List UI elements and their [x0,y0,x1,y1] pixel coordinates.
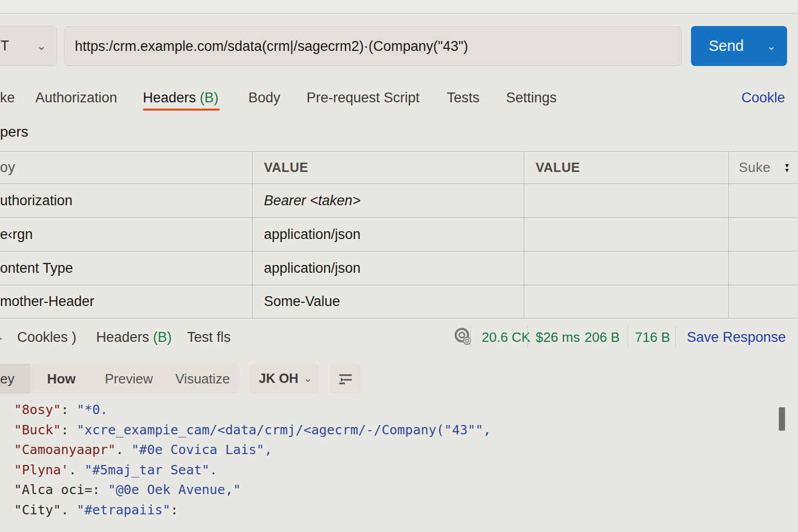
tab-settings[interactable]: Settings [506,87,557,111]
table-row: mother-HeaderSome-Value [0,285,798,318]
code-line: "8osy": "*0. [0,400,798,420]
code-line: "City". "#etrapaiis": [0,500,798,521]
response-time-badge: $26 ms [536,327,580,347]
header-value-cell[interactable]: application/json [252,251,524,285]
response-tab-test-results[interactable]: Test fls [187,327,231,347]
response-view-segmented-control: ey How Preview Visuatize [0,364,240,394]
column-header-preset-select[interactable]: Suke ▾▾ [728,152,798,183]
tab-params[interactable]: ke [0,87,15,111]
response-format-select[interactable]: JK OH ⌄ [249,364,320,394]
window-top-strip [0,0,798,14]
header-value2-cell[interactable] [524,218,728,251]
view-tab-pretty[interactable]: ey [0,364,30,394]
chevron-down-icon: ⌄ [303,372,312,384]
view-tab-raw[interactable]: How [30,364,92,394]
send-button[interactable]: Send ⌄ [691,26,787,66]
column-header-value: VALUE [252,152,524,183]
header-value-cell[interactable]: Bearer <taken> [252,184,524,217]
tab-pre-request-script[interactable]: Pre-request Script [307,87,420,111]
response-size-badge: 206 B [584,327,620,347]
wrap-text-button[interactable] [330,364,361,394]
response-tab-headers[interactable]: Headers (B) [96,327,172,347]
header-value2-cell[interactable] [524,251,728,285]
response-tab-cookies[interactable]: Cookles ) [17,327,76,347]
headers-table-body: uthorizationBearer <taken>e‹rgnapplicati… [0,183,798,318]
send-options-chevron-icon[interactable]: ⌄ [767,40,776,52]
header-value2-cell[interactable] [524,184,728,217]
save-response-button[interactable]: Save Response [687,327,786,347]
code-line: "Plyna'. "#5maj_tar Seat". [0,460,798,481]
header-extra-cell[interactable] [728,251,798,285]
meta-separator [470,326,471,348]
response-size2-badge: 716 B [635,327,670,347]
response-headers-count-badge: (B) [153,329,172,345]
collapse-caret-icon[interactable]: ▸ [0,332,3,344]
wrap-text-icon [338,372,353,385]
globe-icon [453,327,474,350]
headers-count-badge: (B) [200,90,219,105]
cookies-link[interactable]: Cookle [741,87,785,108]
header-extra-cell[interactable] [728,218,798,251]
url-input[interactable] [64,26,682,66]
send-button-label: Send [709,37,744,55]
column-header-value-2: VALUE [524,152,728,183]
headers-section-heading: pers [0,124,28,140]
code-line: "Alca oci=: "@0e Oek Avenue," [0,480,798,500]
header-key-cell[interactable]: e‹rgn [0,218,252,251]
double-chevron-icon: ▾▾ [785,163,789,172]
header-value-cell[interactable]: application/json [252,218,524,251]
response-status-badge: 20.6 CK [482,327,530,347]
header-key-cell[interactable]: mother-Header [0,285,252,318]
view-tab-visualize[interactable]: Visuatize [165,364,240,394]
meta-separator [527,326,528,348]
scrollbar-thumb[interactable] [778,407,786,431]
chevron-down-icon: ⌄ [37,39,46,53]
meta-separator [675,326,676,348]
table-row: ontent Typeapplication/json [0,251,798,285]
table-row: e‹rgnapplication/json [0,217,798,251]
http-method-label: T [1,38,9,54]
header-extra-cell[interactable] [728,285,798,318]
header-extra-cell[interactable] [728,184,798,217]
view-tab-preview[interactable]: Preview [92,364,165,394]
response-body: "8osy": "*0."Buck": "xcre_exampie_cam/<d… [0,400,798,532]
header-key-cell[interactable]: uthorization [0,184,252,217]
header-key-cell[interactable]: ontent Type [0,251,252,285]
response-format-label: JK OH [259,371,298,386]
tab-tests[interactable]: Tests [447,87,480,111]
code-line: "Camoanyaapr". "#0e Covica Lais", [0,440,798,460]
tab-headers[interactable]: Headers (B) [143,87,219,111]
code-line: "Buck": "xcre_exampie_cam/<data/crmj/<ag… [0,420,798,441]
headers-table: oy VALUE VALUE Suke ▾▾ uthorizationBeare… [0,151,798,318]
meta-separator [628,326,628,348]
tab-body[interactable]: Body [248,87,281,111]
table-row: uthorizationBearer <taken> [0,183,798,217]
column-header-key: oy [0,152,252,183]
header-value-cell[interactable]: Some-Value [252,285,524,318]
tab-authorization[interactable]: Authorization [35,87,117,111]
header-value2-cell[interactable] [524,285,728,318]
http-method-select[interactable]: T ⌄ [0,26,57,66]
headers-table-header-row: oy VALUE VALUE Suke ▾▾ [0,151,798,183]
active-tab-underline [143,109,220,111]
